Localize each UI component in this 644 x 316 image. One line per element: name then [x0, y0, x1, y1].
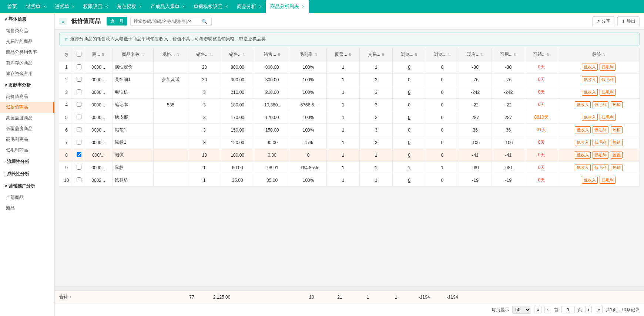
col-cover[interactable]: 覆盖... ⇅	[326, 48, 359, 61]
col-tag[interactable]: 标签 ⇅	[558, 48, 639, 61]
col-sellable[interactable]: 可销... ⇅	[525, 48, 558, 61]
col-browse1[interactable]: 浏览... ⇅	[393, 48, 426, 61]
close-role-icon[interactable]: ×	[139, 4, 142, 9]
sidebar-item-high-coverage[interactable]: 高覆盖度商品	[0, 113, 54, 123]
col-code[interactable]: 商... ⇅	[84, 48, 113, 61]
nav-analysis-list[interactable]: 商品分析列表 ×	[266, 0, 309, 13]
row-checkbox[interactable]	[77, 115, 81, 119]
row-checkbox[interactable]	[77, 64, 81, 69]
col-trade[interactable]: 交易... ⇅	[360, 48, 393, 61]
next-page-button[interactable]: ›	[585, 306, 592, 313]
col-sales-amount[interactable]: 销售... ⇅	[221, 48, 254, 61]
nav-template[interactable]: 单据模板设置 ×	[189, 0, 232, 13]
first-page-button[interactable]: «	[534, 306, 542, 313]
nav-role[interactable]: 角色授权 ×	[113, 0, 146, 13]
col-available[interactable]: 可用... ⇅	[492, 48, 525, 61]
nav-sales[interactable]: 销货单 ×	[21, 0, 50, 13]
row-checkbox[interactable]	[77, 165, 81, 170]
scroll-bar[interactable]	[55, 286, 644, 290]
close-analysis-icon[interactable]: ×	[259, 4, 261, 9]
browse1-link[interactable]: 0	[408, 90, 410, 95]
page-size-select[interactable]: 50 100	[512, 306, 531, 314]
sidebar-item-traded-goods[interactable]: 交易过的商品	[0, 36, 54, 47]
col-sales-qty[interactable]: 销售... ⇅	[188, 48, 221, 61]
browse1-link[interactable]: 0	[408, 153, 410, 158]
row-checkbox[interactable]	[77, 140, 81, 145]
search-icon[interactable]: 🔍	[202, 19, 207, 24]
sidebar-group-general[interactable]: ∨ 整体信息	[0, 13, 54, 26]
col-gross-rate[interactable]: 毛利率 ⇅	[290, 48, 327, 61]
sidebar-group-contribution[interactable]: ∨ 贡献率分析	[0, 79, 54, 91]
close-template-icon[interactable]: ×	[225, 4, 228, 9]
sidebar-item-stock-goods[interactable]: 有库存的商品	[0, 58, 54, 68]
close-sales-icon[interactable]: ×	[43, 4, 46, 9]
sidebar-item-low-gross[interactable]: 低毛利商品	[0, 145, 54, 156]
row-checkbox[interactable]	[77, 177, 81, 182]
nav-analysis[interactable]: 商品分析 ×	[232, 0, 266, 13]
close-product-in-icon[interactable]: ×	[182, 4, 185, 9]
row-checkbox-cell[interactable]	[74, 124, 84, 136]
page-number-input[interactable]	[561, 306, 575, 313]
row-checkbox-cell[interactable]	[74, 99, 84, 111]
sidebar-group-growth[interactable]: › 成长性分析	[0, 168, 54, 180]
sidebar-item-new-goods[interactable]: 新品	[0, 203, 54, 214]
sidebar-item-low-coverage[interactable]: 低覆盖度商品	[0, 123, 54, 134]
row-sales-avg: 800.00	[254, 61, 290, 74]
col-current[interactable]: 现有... ⇅	[459, 48, 492, 61]
row-checkbox[interactable]	[77, 102, 81, 107]
arrow-growth-icon: ›	[4, 172, 6, 176]
nav-permission[interactable]: 权限设置 ×	[79, 0, 113, 13]
row-checkbox-cell[interactable]	[74, 111, 84, 124]
sidebar-group-flow[interactable]: › 流通性分析	[0, 156, 54, 168]
col-name[interactable]: 商品名称 ⇅	[113, 48, 154, 61]
row-checkbox-cell[interactable]	[74, 162, 84, 174]
prev-page-button[interactable]: ‹	[544, 306, 551, 313]
row-checkbox-cell[interactable]	[74, 74, 84, 86]
sidebar-item-low-value[interactable]: 低价值商品	[0, 102, 54, 113]
row-available: -30	[492, 61, 525, 74]
select-all-checkbox[interactable]	[77, 52, 81, 57]
browse1-link[interactable]: 0	[408, 65, 410, 70]
col-browse2[interactable]: 浏览... ⇅	[426, 48, 459, 61]
row-checkbox[interactable]	[77, 89, 81, 94]
sidebar-item-category-sales[interactable]: 商品分类销售率	[0, 47, 54, 58]
row-checkbox-cell[interactable]	[74, 174, 84, 187]
browse1-link[interactable]: 0	[408, 178, 410, 183]
col-settings[interactable]: ⚙	[59, 48, 74, 61]
filter-recent-month-button[interactable]: 近一月	[107, 17, 127, 26]
share-button[interactable]: ↗ 分享	[592, 16, 614, 26]
collapse-button[interactable]: «	[59, 18, 67, 25]
close-purchase-icon[interactable]: ×	[72, 4, 74, 9]
sidebar-item-high-gross[interactable]: 高毛利商品	[0, 134, 54, 145]
row-checkbox[interactable]	[77, 77, 81, 82]
row-checkbox-cell[interactable]	[74, 136, 84, 149]
close-analysis-list-icon[interactable]: ×	[302, 4, 305, 9]
row-checkbox[interactable]	[77, 152, 81, 157]
sidebar-item-inventory-capital[interactable]: 库存资金占用	[0, 68, 54, 79]
sidebar-item-high-value[interactable]: 高价值商品	[0, 91, 54, 102]
export-button[interactable]: ⬇ 导出	[617, 16, 640, 26]
browse1-link[interactable]: 0	[408, 128, 410, 133]
sidebar-group-marketing[interactable]: ∨ 营销推广分析	[0, 180, 54, 192]
row-checkbox-cell[interactable]	[74, 149, 84, 162]
row-checkbox-cell[interactable]	[74, 86, 84, 99]
nav-product-in[interactable]: 产成品入库单 ×	[146, 0, 189, 13]
close-permission-icon[interactable]: ×	[105, 4, 108, 9]
col-spec[interactable]: 规格... ⇅	[153, 48, 188, 61]
sidebar-item-sales-goods[interactable]: 销售类商品	[0, 26, 54, 36]
col-sales-avg[interactable]: 销售... ⇅	[254, 48, 290, 61]
browse1-link[interactable]: 0	[408, 140, 410, 145]
nav-home[interactable]: 首页	[3, 0, 21, 13]
col-checkbox[interactable]	[74, 48, 84, 61]
browse1-link[interactable]: 0	[408, 77, 410, 82]
search-input[interactable]	[134, 19, 200, 24]
nav-purchase[interactable]: 进货单 ×	[50, 0, 79, 13]
sidebar-item-all-goods[interactable]: 全部商品	[0, 192, 54, 203]
browse1-link[interactable]: 0	[408, 102, 410, 108]
browse1-link[interactable]: 1	[408, 165, 410, 170]
row-trade: 3	[360, 124, 393, 136]
row-checkbox-cell[interactable]	[74, 61, 84, 74]
browse1-link[interactable]: 0	[408, 115, 410, 120]
last-page-button[interactable]: »	[595, 306, 603, 313]
row-checkbox[interactable]	[77, 127, 81, 132]
